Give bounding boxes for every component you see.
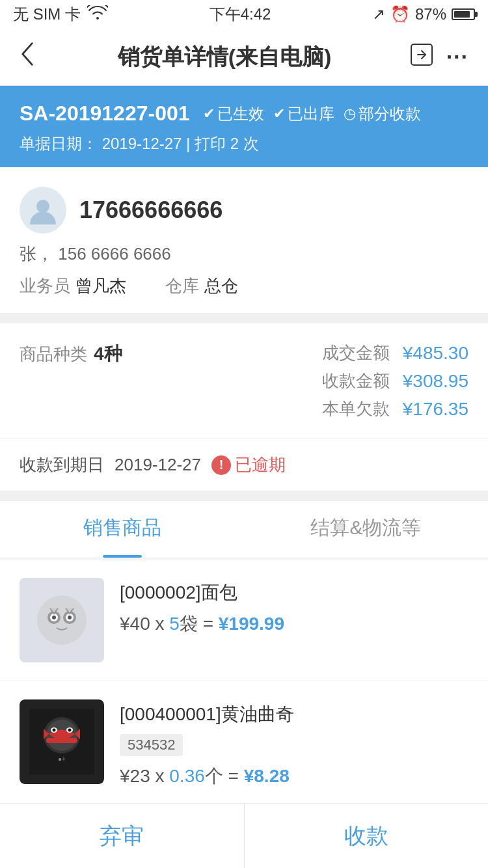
nav-bar: 销货单详情(来自电脑) ···: [0, 29, 488, 86]
status-partial: 部分收款: [344, 103, 421, 124]
products-section: [0000002]面包 ¥40 x 5袋 = ¥199.99: [0, 560, 488, 807]
deal-amount: 成交金额 ¥485.30: [322, 342, 468, 364]
order-header-banner: SA-20191227-001 已生效 已出库 部分收款 单据日期： 2019-…: [0, 86, 488, 167]
svg-point-8: [68, 616, 72, 619]
svg-point-7: [52, 616, 56, 619]
product-image-2: ●+: [20, 699, 104, 784]
tabs-bar: 销售商品 结算&物流等: [0, 501, 488, 558]
cancel-review-button[interactable]: 弃审: [0, 804, 245, 868]
status-time: 下午4:42: [210, 4, 271, 25]
wifi-icon: [87, 5, 108, 23]
svg-point-14: [53, 729, 56, 732]
tab-underline: [103, 555, 142, 558]
warehouse: 仓库 总仓: [165, 275, 238, 297]
status-bar: 无 SIM 卡 下午4:42 ↗ ⏰ 87%: [0, 0, 488, 29]
status-active: 已生效: [203, 103, 264, 124]
status-left: 无 SIM 卡: [13, 4, 108, 25]
collect-payment-button[interactable]: 收款: [245, 804, 489, 868]
product-info-1: [0000002]面包 ¥40 x 5袋 = ¥199.99: [120, 578, 468, 636]
product-kinds: 商品种类 4种: [20, 342, 122, 366]
overdue-badge: ! 已逾期: [211, 454, 286, 476]
tab-settlement[interactable]: 结算&物流等: [244, 501, 488, 558]
share-icon[interactable]: [410, 43, 433, 72]
customer-section: 17666666666 张， 156 6666 6666 业务员 曾凡杰 仓库 …: [0, 167, 488, 313]
product-price-1: ¥40 x 5袋 = ¥199.99: [120, 612, 468, 636]
product-item: [0000002]面包 ¥40 x 5袋 = ¥199.99: [0, 560, 488, 681]
page-title: 销货单详情(来自电脑): [59, 42, 390, 72]
svg-text:●+: ●+: [58, 755, 66, 763]
sku-badge: 534532: [120, 734, 183, 756]
sales-person: 业务员 曾凡杰: [20, 275, 126, 297]
product-image-1: [20, 578, 104, 662]
customer-meta: 业务员 曾凡杰 仓库 总仓: [20, 275, 468, 297]
order-id: SA-20191227-001: [20, 102, 190, 126]
status-right: ↗ ⏰ 87%: [372, 5, 475, 23]
customer-id: 17666666666: [79, 197, 223, 224]
print-info: | 打印 2 次: [186, 135, 259, 152]
alarm-icon: ⏰: [390, 5, 410, 23]
status-shipped: 已出库: [273, 103, 334, 124]
product-item-2: ●+ [000400001]黄油曲奇 534532 ¥23 x 0.36个 = …: [0, 681, 488, 807]
status-badges: 已生效 已出库 部分收款: [203, 103, 421, 124]
order-date-row: 单据日期： 2019-12-27 | 打印 2 次: [20, 133, 468, 154]
date-label: 单据日期：: [20, 135, 98, 152]
svg-point-1: [36, 200, 49, 213]
product-name-1: [0000002]面包: [120, 580, 468, 605]
carrier-text: 无 SIM 卡: [13, 4, 81, 25]
svg-point-15: [68, 729, 72, 732]
battery-icon: [452, 8, 475, 20]
battery-text: 87%: [415, 5, 446, 23]
overdue-icon: !: [211, 455, 231, 475]
bottom-bar: 弃审 收款: [0, 803, 488, 868]
overdue-text: 已逾期: [235, 454, 286, 476]
due-date-section: 收款到期日 2019-12-27 ! 已逾期: [0, 439, 488, 491]
due-date-value: 2019-12-27: [115, 455, 201, 475]
customer-avatar: [20, 187, 66, 234]
back-button[interactable]: [20, 41, 59, 73]
product-price-2: ¥23 x 0.36个 = ¥8.28: [120, 764, 468, 789]
product-info-2: [000400001]黄油曲奇 534532 ¥23 x 0.36个 = ¥8.…: [120, 699, 468, 789]
product-name-2: [000400001]黄油曲奇: [120, 702, 468, 727]
divider-1: [0, 313, 488, 323]
nav-actions: ···: [390, 43, 468, 72]
svg-rect-16: [46, 738, 77, 743]
customer-phone: 张， 156 6666 6666: [20, 243, 468, 265]
amounts: 成交金额 ¥485.30 收款金额 ¥308.95 本单欠款 ¥176.35: [322, 342, 468, 420]
svg-point-2: [37, 595, 87, 645]
debt-amount: 本单欠款 ¥176.35: [322, 398, 468, 420]
due-date-label: 收款到期日: [20, 454, 104, 476]
more-icon[interactable]: ···: [446, 44, 468, 70]
tab-products[interactable]: 销售商品: [0, 501, 244, 558]
summary-section: 商品种类 4种 成交金额 ¥485.30 收款金额 ¥308.95 本单欠款 ¥…: [0, 323, 488, 439]
divider-2: [0, 491, 488, 501]
location-icon: ↗: [372, 5, 385, 23]
date-value: 2019-12-27: [102, 135, 182, 152]
collected-amount: 收款金额 ¥308.95: [322, 370, 468, 392]
